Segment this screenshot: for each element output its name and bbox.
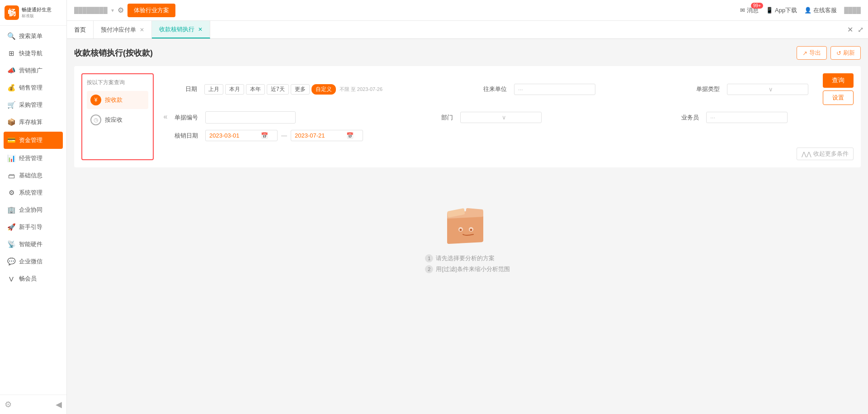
wechat-icon: 💬 — [7, 257, 15, 266]
topbar: ████████ ▾ ⚙ 体验行业方案 ✉ 消息 99+ 📱 App下载 👤 在… — [67, 0, 868, 21]
sidebar-bottom: ⚙ ◀ — [0, 395, 66, 414]
sidebar-item-enterprise[interactable]: 🏢 企业协同 — [0, 201, 66, 219]
sidebar-item-finance[interactable]: 💳 资金管理 — [4, 132, 63, 149]
sidebar-item-wechat[interactable]: 💬 企业微信 — [0, 253, 66, 270]
date-btn-this-year[interactable]: 本年 — [246, 84, 265, 95]
date-btn-this-month[interactable]: 本月 — [225, 84, 244, 95]
sidebar-nav: 🔍 搜索菜单 ⊞ 快捷导航 📣 营销推广 💰 销售管理 🛒 采购管理 📦 库存核… — [0, 26, 66, 395]
date-btn-more[interactable]: 更多 — [291, 84, 310, 95]
filter-panel: 按以下方案查询 ¥ 按收款 ◷ 按应收 — [81, 73, 154, 160]
collapse-sidebar-icon[interactable]: ◀ — [56, 400, 62, 409]
settings-icon[interactable]: ⚙ — [5, 400, 12, 409]
empty-illustration — [440, 204, 495, 249]
counterpart-label: 往来单位 — [483, 85, 507, 93]
marketing-icon: 📣 — [7, 67, 15, 75]
date-label: 日期 — [175, 85, 197, 93]
date-btn-7days[interactable]: 近7天 — [267, 84, 289, 95]
verify-date-start-input[interactable] — [209, 132, 259, 139]
sidebar-item-operation[interactable]: 📊 经营管理 — [0, 150, 66, 167]
doc-num-input[interactable] — [205, 111, 296, 124]
topbar-gear-icon[interactable]: ⚙ — [118, 6, 124, 14]
page-actions: ↗ 导出 ↺ 刷新 — [797, 46, 861, 60]
sidebar-item-vip[interactable]: V 畅会员 — [0, 270, 66, 287]
tab-home-label: 首页 — [74, 26, 86, 34]
refresh-icon: ↺ — [836, 50, 841, 57]
receipt-option-icon: ¥ — [90, 95, 101, 105]
tab-home[interactable]: 首页 — [67, 21, 94, 38]
counterpart-placeholder: ··· — [518, 86, 591, 93]
tab-prepay-close-icon[interactable]: ✕ — [140, 27, 144, 33]
sidebar-item-inventory[interactable]: 📦 库存核算 — [0, 114, 66, 131]
operation-icon: 📊 — [7, 154, 15, 162]
dept-label: 部门 — [430, 114, 453, 122]
tab-receipt-label: 收款核销执行 — [159, 25, 194, 33]
tab-expand-icon[interactable]: ⤢ — [858, 25, 863, 34]
sidebar-item-system[interactable]: ⚙ 系统管理 — [0, 184, 66, 201]
refresh-button[interactable]: ↺ 刷新 — [830, 46, 861, 60]
service-label: 在线客服 — [813, 6, 837, 14]
tab-close-all-icon[interactable]: ✕ — [847, 25, 853, 34]
tab-prepay-label: 预付冲应付单 — [101, 26, 136, 34]
collapse-more-section: ⋀⋀ 收起更多条件 — [175, 148, 854, 160]
collapse-more-button[interactable]: ⋀⋀ 收起更多条件 — [797, 148, 854, 160]
message-icon: ✉ — [740, 7, 745, 14]
hint-num-1: 1 — [425, 254, 433, 262]
solution-button[interactable]: 体验行业方案 — [127, 4, 175, 17]
message-button[interactable]: ✉ 消息 99+ — [740, 6, 759, 14]
empty-state: 1 请先选择要分析的方案 2 用[过滤]条件来缩小分析范围 — [74, 167, 861, 291]
sidebar-item-hardware[interactable]: 📡 智能硬件 — [0, 236, 66, 253]
date-btn-custom[interactable]: 自定义 — [311, 84, 336, 95]
tab-receipt[interactable]: 收款核销执行 ✕ — [152, 21, 210, 38]
sidebar-item-purchase[interactable]: 🛒 采购管理 — [0, 96, 66, 114]
verify-date-end-input[interactable] — [295, 132, 344, 139]
hint-text-2: 用[过滤]条件来缩小分析范围 — [436, 265, 509, 273]
export-button[interactable]: ↗ 导出 — [797, 46, 827, 60]
tab-prepay[interactable]: 预付冲应付单 ✕ — [94, 21, 152, 38]
sidebar: 畅 畅捷通好生意 标准版 🔍 搜索菜单 ⊞ 快捷导航 📣 营销推广 💰 销售管理… — [0, 0, 67, 414]
app-download-button[interactable]: 📱 App下载 — [766, 6, 797, 14]
vip-icon: V — [7, 275, 15, 283]
sidebar-item-marketing[interactable]: 📣 营销推广 — [0, 62, 66, 79]
dept-dropdown-icon: ∨ — [502, 114, 538, 121]
hardware-icon: 📡 — [7, 240, 15, 248]
verify-date-start[interactable]: 📅 — [205, 130, 278, 141]
filter-section: 按以下方案查询 ¥ 按收款 ◷ 按应收 « 日期 上月 — [74, 66, 861, 167]
sidebar-item-sales[interactable]: 💰 销售管理 — [0, 79, 66, 96]
sidebar-item-guide[interactable]: 🚀 新手引导 — [0, 219, 66, 236]
guide-icon: 🚀 — [7, 223, 15, 231]
search-icon: 🔍 — [7, 32, 15, 40]
filter-option-receipt[interactable]: ¥ 按收款 — [87, 91, 148, 109]
hint-item-2: 2 用[过滤]条件来缩小分析范围 — [425, 265, 509, 273]
export-icon: ↗ — [802, 50, 807, 57]
sidebar-item-search[interactable]: 🔍 搜索菜单 — [0, 28, 66, 45]
counterpart-select[interactable]: ··· — [514, 84, 595, 95]
dept-select[interactable]: ∨ — [460, 112, 542, 123]
verify-date-end[interactable]: 📅 — [291, 130, 363, 141]
hint-item-1: 1 请先选择要分析的方案 — [425, 254, 509, 262]
tab-receipt-close-icon[interactable]: ✕ — [198, 26, 203, 33]
date-btn-last-month[interactable]: 上月 — [204, 84, 223, 95]
calendar-end-icon[interactable]: 📅 — [346, 132, 354, 139]
system-icon: ⚙ — [7, 189, 15, 197]
setting-button[interactable]: 设置 — [823, 90, 854, 105]
query-button[interactable]: 查询 — [823, 73, 854, 88]
staff-select[interactable]: ··· — [706, 112, 788, 123]
calendar-start-icon[interactable]: 📅 — [261, 132, 268, 139]
service-icon: 👤 — [804, 7, 811, 14]
sidebar-item-base[interactable]: 🗃 基础信息 — [0, 167, 66, 184]
page-title: 收款核销执行(按收款) — [74, 48, 153, 58]
service-button[interactable]: 👤 在线客服 — [804, 6, 837, 14]
filter-form: 日期 上月 本月 本年 近7天 更多 自定义 不限 至 2023-07-26 往… — [175, 73, 854, 160]
app-icon: 📱 — [766, 7, 773, 14]
doc-type-select[interactable]: ∨ — [727, 84, 808, 95]
doc-type-label: 单据类型 — [696, 85, 720, 93]
filter-option-receivable[interactable]: ◷ 按应收 — [87, 111, 148, 129]
date-separator: — — [281, 132, 287, 139]
page-header: 收款核销执行(按收款) ↗ 导出 ↺ 刷新 — [74, 46, 861, 60]
collapse-panel-button[interactable]: « — [161, 73, 170, 160]
sidebar-item-shortcuts[interactable]: ⊞ 快捷导航 — [0, 45, 66, 62]
doc-type-dropdown-icon: ∨ — [769, 86, 804, 93]
filter-row-3: 核销日期 📅 — 📅 — [175, 130, 854, 141]
tabbar: 首页 预付冲应付单 ✕ 收款核销执行 ✕ ✕ ⤢ — [67, 21, 868, 39]
dropdown-arrow-icon[interactable]: ▾ — [111, 7, 114, 14]
